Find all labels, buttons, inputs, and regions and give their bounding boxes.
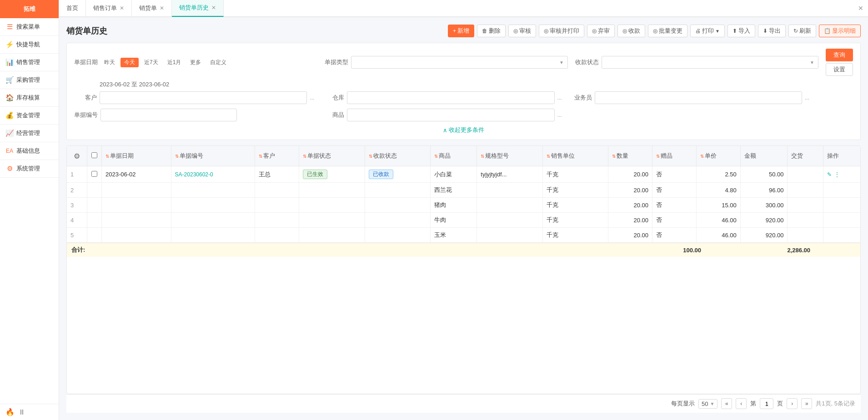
sidebar-item-finance-mgmt[interactable]: 💰 资金管理	[0, 107, 59, 125]
show-details-button[interactable]: 📋 显示明细	[819, 25, 861, 37]
sidebar-bottom-icon1[interactable]: 🔥	[5, 408, 15, 416]
sidebar: 拓维 ☰ 搜索菜单 ⚡ 快捷导航 📊 销售管理 🛒 采购管理 🏠 库存核算 💰 …	[0, 0, 59, 420]
filter-doc-type-select[interactable]: ▼	[351, 56, 568, 69]
audit-print-button[interactable]: ◎ 审核并打印	[539, 25, 584, 37]
refresh-button[interactable]: ↻ 刷新	[788, 25, 816, 37]
audit-button[interactable]: ◎ 审核	[508, 25, 536, 37]
col-unit[interactable]: ⇅销售单位	[542, 146, 608, 166]
last-page-button[interactable]: »	[801, 398, 812, 409]
col-settings[interactable]: ⚙	[67, 146, 87, 166]
tab-close-sales-order[interactable]: ✕	[120, 5, 124, 11]
row-doc-status	[299, 213, 365, 228]
filter-goods-dots[interactable]: ...	[557, 112, 562, 118]
row-checkbox-cell	[87, 198, 102, 213]
tab-home[interactable]: 首页	[59, 0, 86, 17]
date-chip-custom[interactable]: 自定义	[206, 58, 230, 67]
search-menu-icon: ☰	[5, 23, 14, 31]
batch-change-button[interactable]: ◎ 批量变更	[648, 25, 687, 37]
set-button[interactable]: 设置	[826, 63, 853, 76]
abandon-icon: ◎	[592, 28, 597, 34]
sidebar-bottom-icon2[interactable]: ⏸	[18, 408, 25, 416]
row-action[interactable]: ✎⋮	[823, 166, 860, 183]
date-chip-more[interactable]: 更多	[186, 58, 205, 67]
filter-goods-input[interactable]	[347, 109, 554, 121]
next-page-button[interactable]: ›	[787, 398, 798, 409]
table-settings-icon[interactable]: ⚙	[70, 150, 83, 162]
sidebar-item-basic-info[interactable]: EA 基础信息	[0, 142, 59, 160]
sidebar-logo: 拓维	[0, 0, 59, 18]
filter-doc-no-input[interactable]	[100, 109, 237, 121]
col-qty[interactable]: ⇅数量	[608, 146, 652, 166]
tab-close-all-icon[interactable]: ✕	[858, 5, 863, 12]
sidebar-item-quick-nav[interactable]: ⚡ 快捷导航	[0, 36, 59, 54]
sidebar-item-search-menu[interactable]: ☰ 搜索菜单	[0, 18, 59, 36]
filter-pay-status-select[interactable]: ▼	[602, 56, 818, 69]
row-doc-no[interactable]	[171, 213, 255, 228]
row-amount: 300.00	[740, 198, 788, 213]
col-price[interactable]: ⇅单价	[696, 146, 740, 166]
col-customer[interactable]: ⇅客户	[255, 146, 299, 166]
col-spec[interactable]: ⇅规格型号	[477, 146, 542, 166]
per-page-select[interactable]: 50 ▼	[698, 399, 717, 409]
collapse-button[interactable]: ∧ 收起更多条件	[443, 126, 484, 134]
row-doc-no[interactable]: SA-20230602-0	[171, 166, 255, 183]
row-doc-no[interactable]	[171, 183, 255, 198]
col-doc-status[interactable]: ⇅单据状态	[299, 146, 365, 166]
first-page-button[interactable]: «	[721, 398, 732, 409]
sidebar-item-system-mgmt[interactable]: ⚙ 系统管理	[0, 160, 59, 178]
row-action[interactable]	[823, 228, 860, 243]
row-pay-status: 已收款	[365, 166, 430, 183]
col-pay-status[interactable]: ⇅收款状态	[365, 146, 430, 166]
tab-close-sales-history[interactable]: ✕	[211, 5, 216, 11]
row-doc-no[interactable]	[171, 228, 255, 243]
select-all-checkbox[interactable]	[91, 152, 97, 158]
tab-close-sales-delivery[interactable]: ✕	[160, 5, 164, 11]
query-button[interactable]: 查询	[826, 49, 853, 61]
date-chip-today[interactable]: 今天	[120, 58, 139, 67]
row-action[interactable]	[823, 198, 860, 213]
page-label-after: 页	[777, 400, 783, 408]
main-area: 首页 销售订单 ✕ 销货单 ✕ 销货单历史 ✕ ✕ 销货单历史 + 新增	[59, 0, 868, 420]
filter-customer-dots[interactable]: ...	[310, 95, 314, 101]
receive-button[interactable]: ◎ 收款	[617, 25, 645, 37]
page-number-input[interactable]	[760, 398, 773, 409]
filter-staff-dots[interactable]: ...	[805, 95, 809, 101]
sidebar-item-inventory-calc[interactable]: 🏠 库存核算	[0, 89, 59, 107]
import-button[interactable]: ⬆ 导入	[728, 25, 755, 37]
date-chip-7days[interactable]: 近7天	[140, 58, 162, 67]
filter-customer-input[interactable]	[100, 91, 307, 104]
query-btns: 查询 设置	[826, 49, 853, 76]
row-doc-no[interactable]	[171, 198, 255, 213]
tab-sales-order[interactable]: 销售订单 ✕	[86, 0, 132, 17]
edit-action[interactable]: ✎	[827, 171, 832, 178]
row-action[interactable]	[823, 213, 860, 228]
abandon-button[interactable]: ◎ 弃审	[587, 25, 615, 37]
add-button[interactable]: + 新增	[448, 25, 474, 37]
collapse-arrow-icon: ∧	[443, 127, 447, 134]
sidebar-item-ops-mgmt[interactable]: 📈 经营管理	[0, 125, 59, 142]
col-goods[interactable]: ⇅商品	[431, 146, 477, 166]
col-doc-no[interactable]: ⇅单据编号	[171, 146, 255, 166]
filter-staff-input[interactable]	[595, 91, 802, 104]
footer-total-qty: 100.00	[647, 247, 701, 254]
filter-warehouse-dots[interactable]: ...	[557, 95, 562, 101]
print-button[interactable]: 🖨 打印 ▼	[690, 25, 725, 37]
col-gift[interactable]: ⇅赠品	[652, 146, 696, 166]
filter-warehouse-input[interactable]	[347, 91, 554, 104]
date-chip-yesterday[interactable]: 昨天	[100, 58, 119, 67]
date-chip-1month[interactable]: 近1月	[164, 58, 185, 67]
more-action[interactable]: ⋮	[834, 171, 840, 178]
tab-sales-delivery[interactable]: 销货单 ✕	[132, 0, 172, 17]
row-action[interactable]	[823, 183, 860, 198]
export-button[interactable]: ⬇ 导出	[758, 25, 786, 37]
delete-button[interactable]: 🗑 删除	[477, 25, 506, 37]
row-amount: 920.00	[740, 228, 788, 243]
row-checkbox[interactable]	[91, 171, 97, 177]
row-gift: 否	[652, 198, 696, 213]
prev-page-button[interactable]: ‹	[736, 398, 747, 409]
tab-sales-history[interactable]: 销货单历史 ✕	[172, 0, 224, 17]
sidebar-item-sales-mgmt[interactable]: 📊 销售管理	[0, 54, 59, 71]
col-date[interactable]: ⇅单据日期	[102, 146, 171, 166]
sidebar-item-purchase-mgmt[interactable]: 🛒 采购管理	[0, 71, 59, 89]
doc-no-link[interactable]: SA-20230602-0	[175, 171, 213, 178]
